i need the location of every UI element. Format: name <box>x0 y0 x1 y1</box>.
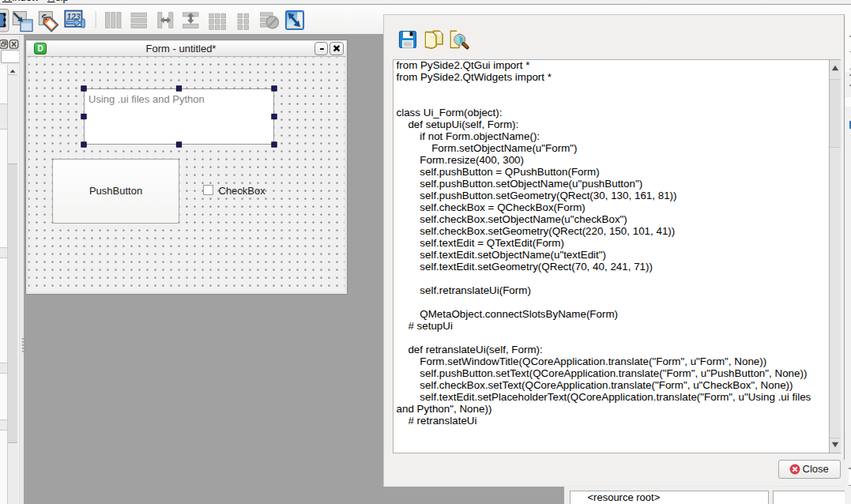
svg-text:123: 123 <box>66 12 81 21</box>
